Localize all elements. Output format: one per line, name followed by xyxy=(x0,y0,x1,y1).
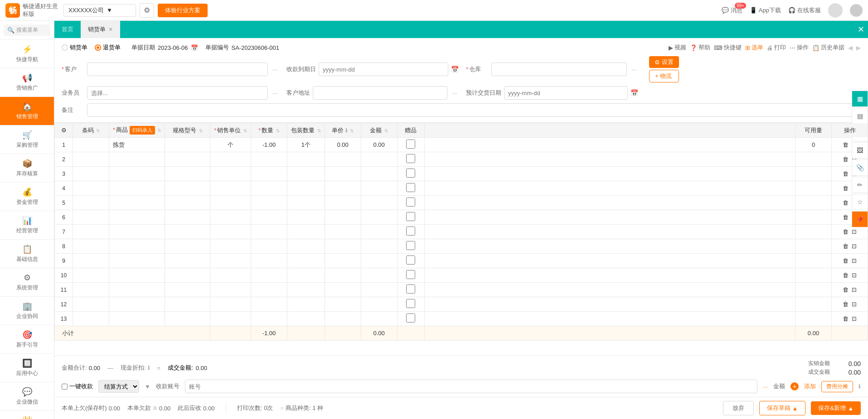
add-button[interactable]: + xyxy=(790,382,799,390)
cell-spec[interactable] xyxy=(165,283,210,297)
salesperson-input[interactable] xyxy=(87,86,268,100)
customer-more-btn[interactable]: ··· xyxy=(271,66,279,73)
cell-qty[interactable]: -1.00 xyxy=(251,138,287,152)
cell-notes[interactable] xyxy=(424,196,795,210)
cell-barcode[interactable] xyxy=(73,254,109,268)
customer-address-input[interactable] xyxy=(313,86,447,100)
help-link[interactable]: ❓ 帮助 xyxy=(690,43,710,52)
delete-icon[interactable]: 🗑 xyxy=(843,272,849,279)
quick-pay-checkbox[interactable] xyxy=(62,384,68,390)
cell-qty[interactable] xyxy=(251,312,287,326)
cell-unit-price[interactable] xyxy=(325,181,361,196)
copy-icon[interactable]: ⊡ xyxy=(852,315,857,322)
delete-icon[interactable]: 🗑 xyxy=(843,185,849,192)
warehouse-input[interactable]: 建材仓 xyxy=(491,63,627,76)
cell-unit-price[interactable] xyxy=(325,283,361,297)
copy-icon[interactable]: ⊡ xyxy=(852,228,857,235)
tab-close-icon[interactable]: ✕ xyxy=(108,26,113,33)
account-input[interactable] xyxy=(185,380,757,393)
cell-notes[interactable] xyxy=(424,181,795,196)
cell-product[interactable]: 拣货 xyxy=(109,138,165,152)
due-date-input[interactable] xyxy=(319,63,448,76)
cell-spec[interactable] xyxy=(165,181,210,196)
delete-icon[interactable]: 🗑 xyxy=(843,228,849,235)
cell-spec[interactable] xyxy=(165,196,210,210)
cell-gift[interactable] xyxy=(397,312,424,326)
cell-spec[interactable] xyxy=(165,297,210,312)
cell-notes[interactable] xyxy=(424,152,795,167)
cell-barcode[interactable] xyxy=(73,268,109,283)
settings-button[interactable]: ⚙ xyxy=(140,3,154,18)
cell-gift[interactable] xyxy=(397,181,424,196)
float-layout2-btn[interactable]: ▤ xyxy=(852,108,868,124)
product-type-circle[interactable]: ○ xyxy=(280,405,283,411)
notes-input[interactable] xyxy=(87,103,861,117)
cell-spec[interactable] xyxy=(165,138,210,152)
cell-product[interactable] xyxy=(109,152,165,167)
calc-method-select[interactable]: 结算方式 xyxy=(98,380,139,393)
cell-gift[interactable] xyxy=(397,210,424,225)
cell-barcode[interactable] xyxy=(73,152,109,167)
customer-input[interactable] xyxy=(87,63,268,76)
sidebar-item-system[interactable]: ⚙ 系统管理 xyxy=(0,268,54,297)
cell-notes[interactable] xyxy=(424,225,795,239)
delete-icon[interactable]: 🗑 xyxy=(843,301,849,308)
sidebar-search[interactable]: 🔍 搜索菜单 xyxy=(0,21,54,40)
cell-gift[interactable] xyxy=(397,225,424,239)
sidebar-item-enterprise[interactable]: 🏢 企业协同 xyxy=(0,297,54,325)
col-settings[interactable]: ⚙ xyxy=(55,123,73,138)
scan-barcode-btn[interactable]: 扫码录入 xyxy=(130,126,155,135)
quick-pay-check[interactable]: 一键收款 xyxy=(62,382,93,390)
due-date-calendar-icon[interactable]: 📅 xyxy=(451,66,459,73)
cell-ops[interactable]: 🗑 ⊡ xyxy=(832,268,868,283)
cell-product[interactable] xyxy=(109,297,165,312)
delete-icon[interactable]: 🗑 xyxy=(843,156,849,163)
expense-help-icon[interactable]: ℹ xyxy=(858,383,861,390)
delete-icon[interactable]: 🗑 xyxy=(843,141,849,148)
cell-product[interactable] xyxy=(109,239,165,254)
cell-product[interactable] xyxy=(109,283,165,297)
cell-spec[interactable] xyxy=(165,268,210,283)
cell-unit-price[interactable] xyxy=(325,225,361,239)
float-action-btn[interactable]: 📌 xyxy=(852,211,868,227)
cell-qty[interactable] xyxy=(251,196,287,210)
cell-unit-price[interactable] xyxy=(325,210,361,225)
sidebar-item-guide[interactable]: 🎯 新手引导 xyxy=(0,325,54,354)
cell-notes[interactable] xyxy=(424,268,795,283)
cell-notes[interactable] xyxy=(424,210,795,225)
radio-return[interactable]: 退货单 xyxy=(95,43,121,52)
date-calendar-icon[interactable]: 📅 xyxy=(191,44,198,51)
cell-qty[interactable] xyxy=(251,181,287,196)
sidebar-item-wechat[interactable]: 💬 企业微信 xyxy=(0,382,54,411)
cell-unit-price[interactable] xyxy=(325,152,361,167)
sidebar-item-base[interactable]: 📋 基础信息 xyxy=(0,240,54,268)
delete-icon[interactable]: 🗑 xyxy=(843,257,849,264)
cell-ops[interactable]: 🗑 ⊡ xyxy=(832,239,868,254)
cell-product[interactable] xyxy=(109,167,165,181)
cell-unit-price[interactable] xyxy=(325,268,361,283)
delivery-calendar-icon[interactable]: 📅 xyxy=(630,89,638,96)
cell-barcode[interactable] xyxy=(73,283,109,297)
cell-barcode[interactable] xyxy=(73,196,109,210)
cell-barcode[interactable] xyxy=(73,181,109,196)
cell-spec[interactable] xyxy=(165,312,210,326)
settings-btn[interactable]: ⚙ 设置 xyxy=(649,56,679,68)
cell-spec[interactable] xyxy=(165,225,210,239)
cell-unit-price[interactable] xyxy=(325,312,361,326)
message-button[interactable]: 💬 消息 99+ xyxy=(722,6,742,14)
cell-gift[interactable] xyxy=(397,152,424,167)
cell-barcode[interactable] xyxy=(73,225,109,239)
cell-ops[interactable]: 🗑 ⊡ xyxy=(832,297,868,312)
cell-gift[interactable] xyxy=(397,283,424,297)
cell-gift[interactable] xyxy=(397,196,424,210)
radio-sales[interactable]: 销货单 xyxy=(62,43,87,52)
delete-icon[interactable]: 🗑 xyxy=(843,214,849,221)
sidebar-item-sales[interactable]: 🏠 销售管理 xyxy=(0,97,54,125)
address-more-btn[interactable]: ··· xyxy=(450,90,459,96)
sidebar-item-quick-nav[interactable]: ⚡ 快捷导航 xyxy=(0,40,54,68)
cell-qty[interactable] xyxy=(251,225,287,239)
expense-btn[interactable]: 费用分摊 xyxy=(821,381,853,392)
video-link[interactable]: ▶ 视频 xyxy=(669,43,686,52)
cell-unit-price[interactable] xyxy=(325,254,361,268)
cell-ops[interactable]: 🗑 ⊡ xyxy=(832,312,868,326)
